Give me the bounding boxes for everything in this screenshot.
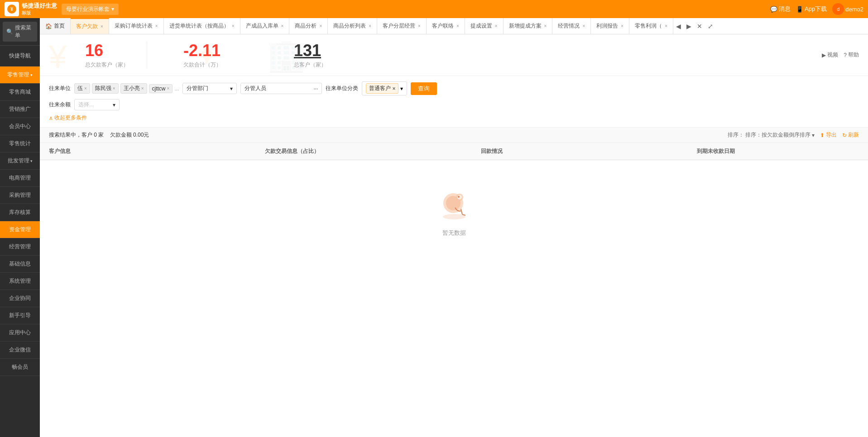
- chevron-down-icon: ▾: [111, 6, 114, 12]
- sidebar-item-operations[interactable]: 经营管理: [0, 238, 40, 256]
- sidebar-item-enterprise-wechat[interactable]: 企业微信: [0, 342, 40, 359]
- collapse-filter-btn[interactable]: ∧ 收起更多条件: [49, 114, 87, 122]
- account-label: 母婴行业演示帐套: [66, 5, 110, 13]
- tab-close-btn-6[interactable]: ×: [369, 24, 371, 28]
- svg-line-8: [461, 209, 462, 214]
- sidebar-item-purchase[interactable]: 采购管理: [0, 187, 40, 204]
- app-download-btn[interactable]: 📱 App下载: [796, 5, 827, 13]
- tab-customer-contact[interactable]: 客户联络 ×: [427, 18, 465, 34]
- tab-close-btn-11[interactable]: ×: [582, 24, 585, 28]
- tab-customer-debt[interactable]: 客户欠款 ×: [71, 18, 109, 34]
- tab-product-analysis[interactable]: 商品分析 ×: [289, 18, 328, 34]
- tab-retail-profit[interactable]: 零售利润（ ×: [629, 18, 673, 34]
- sidebar-item-member-center[interactable]: 会员中心: [0, 118, 40, 135]
- export-btn[interactable]: ⬆ 导出: [820, 131, 837, 139]
- tab-close-btn-12[interactable]: ×: [621, 24, 623, 28]
- video-help-btn[interactable]: ▶ 视频: [822, 51, 838, 59]
- tab-close-btn-2[interactable]: ×: [155, 24, 158, 28]
- sidebar-item-finance[interactable]: 资金管理: [0, 221, 40, 238]
- sidebar-item-chang-member[interactable]: 畅会员: [0, 359, 40, 376]
- result-info: 搜索结果中，客户 0 家 欠款金额 0.00元: [49, 131, 149, 139]
- tab-home[interactable]: 🏠 首页: [40, 18, 71, 34]
- tab-next-btn[interactable]: ▶: [684, 23, 694, 30]
- col-header-date: 到期未收款日期: [697, 147, 859, 155]
- tab-operations[interactable]: 经营情况 ×: [552, 18, 591, 34]
- query-button[interactable]: 查询: [411, 82, 437, 95]
- remove-tag-cjttcw[interactable]: ×: [167, 86, 170, 91]
- tab-close-btn-8[interactable]: ×: [456, 24, 459, 28]
- tab-close-btn-4[interactable]: ×: [281, 24, 284, 28]
- debt-value: 0.00元: [133, 132, 149, 138]
- tab-expand-btn[interactable]: ⤢: [705, 23, 716, 30]
- tab-close-all-btn[interactable]: ✕: [694, 23, 705, 30]
- table-header: 客户信息 欠款交易信息（占比） 回款情况 到期未收款日期: [40, 143, 868, 160]
- result-bar: 搜索结果中，客户 0 家 欠款金额 0.00元 排序： 排序：按欠款金额倒序排序…: [40, 128, 868, 143]
- sidebar-item-ecommerce[interactable]: 电商管理: [0, 170, 40, 187]
- dept-dropdown[interactable]: 分管部门 ▾: [182, 83, 237, 94]
- customer-count: 0: [94, 132, 97, 138]
- remove-tag-chen[interactable]: ×: [113, 86, 115, 91]
- sidebar-item-enterprise-collab[interactable]: 企业协同: [0, 290, 40, 307]
- user-menu[interactable]: d demo2: [832, 3, 863, 15]
- tab-prev-btn[interactable]: ◀: [673, 23, 684, 30]
- chevron-icon-wholesale: ▾: [30, 159, 33, 163]
- sidebar-item-newbie-guide[interactable]: 新手引导: [0, 307, 40, 324]
- classify-label: 往来单位分类: [326, 85, 358, 92]
- account-dropdown[interactable]: 母婴行业演示帐套 ▾: [62, 4, 119, 15]
- top-bar-right: 💬 消息 📱 App下载 d demo2: [770, 3, 863, 15]
- refresh-btn[interactable]: ↻ 刷新: [842, 131, 859, 139]
- tab-close-btn-10[interactable]: ×: [544, 24, 547, 28]
- stat-value-customers: 16: [85, 41, 103, 60]
- filter-area: 往来单位 伍 × 陈民强 × 王小亮: [40, 76, 868, 128]
- tab-close-btn-3[interactable]: ×: [232, 24, 235, 28]
- search-menu-label: 搜索菜单: [15, 24, 34, 39]
- svg-point-2: [443, 214, 465, 219]
- sidebar-item-basic-info[interactable]: 基础信息: [0, 256, 40, 273]
- sort-btn[interactable]: 排序： 排序：按欠款金额倒序排序 ▾: [728, 131, 815, 139]
- doc-help-btn[interactable]: ? 帮助: [844, 51, 859, 59]
- tab-close-btn-13[interactable]: ×: [665, 24, 667, 28]
- tab-product-inbound[interactable]: 产成品入库单 ×: [240, 18, 290, 34]
- remove-tag-wang[interactable]: ×: [141, 86, 144, 91]
- classify-dropdown[interactable]: 普通客户 × ▾: [362, 81, 407, 95]
- sidebar-item-marketing[interactable]: 营销推广: [0, 101, 40, 118]
- tab-customer-tier[interactable]: 客户分层经营 ×: [377, 18, 427, 34]
- logo-icon: ¥: [5, 2, 19, 16]
- sidebar-item-system-mgmt[interactable]: 系统管理: [0, 273, 40, 290]
- sidebar-item-retail-mall[interactable]: 零售商城: [0, 84, 40, 101]
- tab-close-btn[interactable]: ×: [101, 24, 103, 29]
- tab-product-analysis-list[interactable]: 商品分析列表 ×: [328, 18, 377, 34]
- sidebar-item-retail-stats[interactable]: 零售统计: [0, 135, 40, 152]
- main-content: ¥ 16 总欠款客户（家） ✦ -2.11 欠款合计（万）: [40, 34, 868, 437]
- sidebar-item-inventory[interactable]: 库存核算: [0, 204, 40, 221]
- quick-nav-btn[interactable]: 快捷导航: [3, 49, 37, 62]
- tab-new-commission[interactable]: 新增提成方案 ×: [504, 18, 553, 34]
- sidebar-item-wholesale-mgmt[interactable]: 批发管理 ▾: [0, 152, 40, 170]
- search-menu-btn[interactable]: 🔍 搜索菜单: [3, 22, 37, 42]
- stats-row: ¥ 16 总欠款客户（家） ✦ -2.11 欠款合计（万）: [40, 34, 868, 76]
- sidebar-item-retail-mgmt[interactable]: 零售管理 ▾: [0, 66, 40, 84]
- message-btn[interactable]: 💬 消息: [770, 5, 791, 13]
- tab-close-btn-7[interactable]: ×: [418, 24, 421, 28]
- remove-classify-tag[interactable]: ×: [392, 86, 395, 92]
- svg-point-7: [458, 196, 460, 198]
- col-header-customer: 客户信息: [49, 147, 265, 155]
- remove-tag-wu[interactable]: ×: [84, 86, 87, 91]
- empty-text: 暂无数据: [442, 229, 466, 237]
- col-header-debt: 欠款交易信息（占比）: [265, 147, 481, 155]
- tab-close-btn-9[interactable]: ×: [495, 24, 498, 28]
- balance-dropdown[interactable]: 选择... ▾: [74, 99, 120, 110]
- app-icon: 📱: [796, 6, 803, 13]
- tab-close-btn-5[interactable]: ×: [319, 24, 322, 28]
- tab-profit-report[interactable]: 利润报告 ×: [591, 18, 629, 34]
- tab-commission-settings[interactable]: 提成设置 ×: [465, 18, 504, 34]
- logo: ¥ 畅捷通好生意 标版: [5, 2, 57, 16]
- collapse-row: ∧ 收起更多条件: [49, 114, 859, 122]
- sidebar-item-app-center[interactable]: 应用中心: [0, 324, 40, 342]
- balance-placeholder: 选择...: [78, 101, 94, 109]
- tab-stock-stats[interactable]: 进货单统计表（按商品） ×: [164, 18, 240, 34]
- dept-dropdown-arrow: ▾: [230, 86, 233, 92]
- tab-purchase-order[interactable]: 采购订单统计表 ×: [109, 18, 164, 34]
- person-input[interactable]: 分管人员 ···: [240, 83, 322, 94]
- more-tags-btn[interactable]: ...: [174, 86, 179, 92]
